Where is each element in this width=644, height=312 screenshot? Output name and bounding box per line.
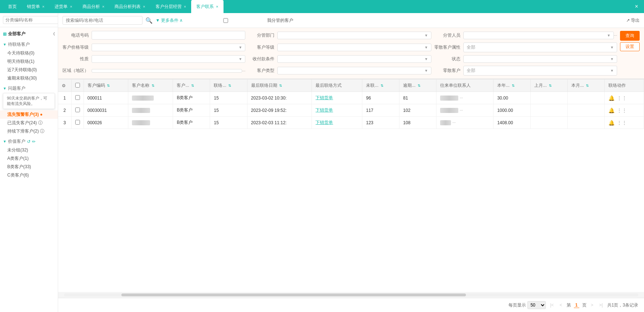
nav-purchase-order-close[interactable]: × <box>70 4 72 9</box>
sidebar-item-class-c[interactable]: C类客户(6) <box>0 171 58 179</box>
th-last-contact-date[interactable]: 最后联络日期 ⇅ <box>247 80 312 92</box>
scroll-thumb[interactable] <box>121 293 466 296</box>
more-action-icon[interactable]: ⋮⋮ <box>617 95 627 101</box>
my-customers-check[interactable] <box>186 18 266 23</box>
row-last-contact-method[interactable]: 下销货单 <box>312 92 362 104</box>
search-button[interactable]: 🔍 <box>145 17 153 24</box>
row-checkbox[interactable] <box>75 108 80 112</box>
sidebar-item-churn-warning[interactable]: 流失预警客户(3) ● <box>0 110 58 119</box>
nav-sales-order[interactable]: 销货单 × <box>22 0 49 13</box>
th-checkbox[interactable] <box>71 80 84 92</box>
filter-status-select[interactable]: ▼ <box>463 55 617 63</box>
sidebar-all-customers-title[interactable]: ⊞ 全部客户 《 <box>3 29 55 39</box>
nav-customer-contact-close[interactable]: × <box>216 4 218 9</box>
contact-action-icon[interactable]: 🔔 <box>608 108 615 113</box>
row-checkbox-cell[interactable] <box>71 117 84 129</box>
filter-person-select[interactable]: ▼ <box>463 32 614 39</box>
last-page-btn[interactable]: >| <box>598 302 604 308</box>
sidebar-item-class-a[interactable]: A类客户(1) <box>0 154 58 163</box>
export-button[interactable]: ↗ 导出 <box>626 17 640 24</box>
sidebar-item-today-pending[interactable]: 今天待联络(0) <box>0 49 58 57</box>
th-customer-name[interactable]: 客户名称 ⇅ <box>128 80 173 92</box>
filter-payment-select[interactable]: ▼ <box>277 55 431 63</box>
sidebar-section-problem-title[interactable]: ▼ 问题客户 <box>0 84 58 93</box>
nav-product-analysis-list[interactable]: 商品分析列表 × <box>109 0 150 13</box>
next-page-btn[interactable]: > <box>589 302 595 308</box>
row-last-contact-method[interactable]: 下销货单 <box>312 117 362 129</box>
filter-phone-input[interactable] <box>92 31 245 40</box>
window-close-icon[interactable]: × <box>632 3 641 10</box>
more-action-icon[interactable]: ⋮⋮ <box>617 108 627 113</box>
arrow-right-icon: ▼ <box>3 139 7 143</box>
filter-more-icon-1[interactable]: ··· <box>614 33 617 37</box>
nav-product-analysis[interactable]: 商品分析 × <box>77 0 109 13</box>
contact-action-icon[interactable]: 🔔 <box>608 120 615 126</box>
th-last-month[interactable]: 上月... ⇅ <box>531 80 568 92</box>
th-this-month[interactable]: 本月... ⇅ <box>568 80 605 92</box>
refresh-icon[interactable]: ↺ <box>27 139 31 144</box>
search-input[interactable] <box>63 16 142 25</box>
nav-purchase-order[interactable]: 进货单 × <box>49 0 77 13</box>
filter-scatter-customer-select[interactable]: 全部 ▼ <box>463 66 617 76</box>
sidebar: 🔍 ⊞ 全部客户 《 ▼ 待联络客户 今天待联络(0) 明天待联络(1) 近7天… <box>0 13 58 312</box>
sidebar-item-week-pending[interactable]: 近7天待联络(0) <box>0 66 58 74</box>
row-checkbox-cell[interactable] <box>71 92 84 104</box>
filter-price-level-select[interactable]: ▼ <box>92 44 245 51</box>
th-contact-person[interactable]: 往来单位联系人 <box>436 80 494 92</box>
first-page-btn[interactable]: |< <box>549 302 555 308</box>
filter-action-buttons: 查询 设置 <box>620 31 640 76</box>
th-contact-count[interactable]: 联络... ⇅ <box>210 80 247 92</box>
select-all-checkbox[interactable] <box>75 83 80 88</box>
per-page-select[interactable]: 50 100 200 <box>527 301 546 309</box>
sidebar-item-class-b[interactable]: B类客户(33) <box>0 163 58 171</box>
nav-customer-tier[interactable]: 客户分层经营 × <box>150 0 191 13</box>
more-action-icon[interactable]: ⋮⋮ <box>617 120 627 126</box>
sidebar-item-tomorrow-pending[interactable]: 明天待联络(1) <box>0 57 58 66</box>
my-customers-checkbox[interactable]: 我分管的客户 <box>186 17 293 24</box>
row-last-contact-method[interactable]: 下销货单 <box>312 104 362 117</box>
filter-more-icon-2[interactable]: ··· <box>242 69 245 73</box>
row-customer-name <box>128 92 173 104</box>
nav-customer-contact[interactable]: 客户联系 × <box>191 0 223 13</box>
query-button[interactable]: 查询 <box>620 31 640 41</box>
filter-nature-select[interactable]: ▼ <box>92 55 245 63</box>
filter-dept-select[interactable]: ▼ <box>277 32 431 39</box>
table-row: 3 000026 B类客户 15 2023-02-03 11:12: 下销货单 … <box>58 117 644 129</box>
th-customer-code[interactable]: 客户编码 ⇅ <box>84 80 128 92</box>
edit-icon[interactable]: ✏ <box>32 139 36 144</box>
sidebar-item-churned[interactable]: 已流失客户(24) ⓘ <box>0 119 58 127</box>
th-customer-type[interactable]: 客户... ⇅ <box>173 80 210 92</box>
sidebar-item-ungrouped[interactable]: 未分组(32) <box>0 146 58 154</box>
filter-scatter-attr-select[interactable]: 全部 ▼ <box>463 42 617 52</box>
th-uncontacted-days[interactable]: 未联... ⇅ <box>362 80 399 92</box>
filter-customer-level-select[interactable]: ▼ <box>277 44 431 51</box>
contact-action-icon[interactable]: 🔔 <box>608 95 615 101</box>
nav-product-analysis-list-close[interactable]: × <box>143 4 145 9</box>
nav-product-analysis-close[interactable]: × <box>102 4 104 9</box>
nav-sales-order-close[interactable]: × <box>42 4 44 9</box>
sidebar-search-input[interactable] <box>3 16 58 24</box>
nav-customer-tier-close[interactable]: × <box>184 4 186 9</box>
sidebar-item-overdue-pending[interactable]: 逾期未联络(30) <box>0 74 58 82</box>
th-settings[interactable]: ⚙ <box>58 80 71 92</box>
row-checkbox-cell[interactable] <box>71 104 84 117</box>
sort-icon-date: ⇅ <box>279 84 282 88</box>
th-last-contact-method[interactable]: 最后联络方式 <box>312 80 362 92</box>
th-overdue-days[interactable]: 逾期... ⇅ <box>399 80 436 92</box>
filter-customer-type-select[interactable]: ▼ <box>277 67 431 74</box>
row-checkbox[interactable] <box>75 95 80 100</box>
filter-row-2: 客户价格等级 ▼ 客户等级 ▼ <box>63 42 617 52</box>
row-contact-count: 15 <box>210 117 247 129</box>
nav-home[interactable]: 首页 <box>3 0 22 13</box>
sidebar-item-declining[interactable]: 持续下滑客户(2) ⓘ <box>0 127 58 135</box>
sidebar-section-value-title[interactable]: ▼ 价值客户 ↺ ✏ <box>0 137 58 146</box>
prev-page-btn[interactable]: < <box>558 302 564 308</box>
filter-button[interactable]: ▼ 更多条件 ∧ <box>156 17 183 24</box>
th-this-year[interactable]: 本年... ⇅ <box>494 80 531 92</box>
top-nav: 首页 销货单 × 进货单 × 商品分析 × 商品分析列表 × 客户分层经营 × … <box>0 0 644 13</box>
sidebar-section-pending-title[interactable]: ▼ 待联络客户 <box>0 40 58 49</box>
row-checkbox[interactable] <box>75 120 80 125</box>
filter-region-select[interactable] <box>92 69 242 73</box>
horizontal-scrollbar[interactable] <box>64 293 638 296</box>
filter-settings-button[interactable]: 设置 <box>620 42 640 51</box>
